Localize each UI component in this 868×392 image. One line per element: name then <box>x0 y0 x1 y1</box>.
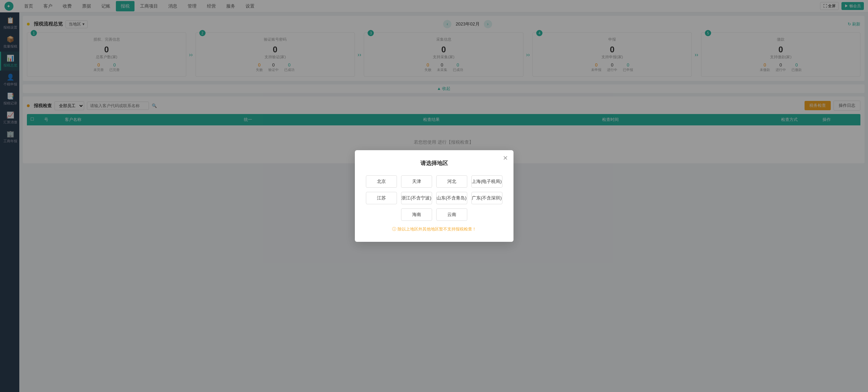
region-row-2: 江苏 浙江(不含宁波) 山东(不含青岛) 广东(不含深圳) <box>366 192 502 204</box>
modal-warning: ⓘ 除以上地区外其他地区暂不支持报税检查！ <box>366 226 502 232</box>
region-guangdong[interactable]: 广东(不含深圳) <box>471 192 502 204</box>
region-jiangsu[interactable]: 江苏 <box>366 192 397 204</box>
warning-icon: ⓘ <box>392 226 396 232</box>
warning-text: 除以上地区外其他地区暂不支持报税检查！ <box>398 226 476 232</box>
region-tianjin[interactable]: 天津 <box>401 175 432 188</box>
region-hebei[interactable]: 河北 <box>436 175 467 188</box>
region-row-3: 海南 云南 <box>366 208 502 221</box>
modal-title: 请选择地区 <box>366 160 502 167</box>
region-beijing[interactable]: 北京 <box>366 175 397 188</box>
region-yunnan[interactable]: 云南 <box>436 208 467 221</box>
modal-overlay[interactable]: ✕ 请选择地区 北京 天津 河北 上海(电子税局) 江苏 浙江(不含宁波) 山东… <box>0 0 868 392</box>
region-row-1: 北京 天津 河北 上海(电子税局) <box>366 175 502 188</box>
modal-close-button[interactable]: ✕ <box>503 154 508 162</box>
region-shanghai[interactable]: 上海(电子税局) <box>471 175 502 188</box>
region-zhejiang[interactable]: 浙江(不含宁波) <box>401 192 432 204</box>
region-modal: ✕ 请选择地区 北京 天津 河北 上海(电子税局) 江苏 浙江(不含宁波) 山东… <box>355 150 513 242</box>
region-shandong[interactable]: 山东(不含青岛) <box>436 192 467 204</box>
region-hainan[interactable]: 海南 <box>401 208 432 221</box>
